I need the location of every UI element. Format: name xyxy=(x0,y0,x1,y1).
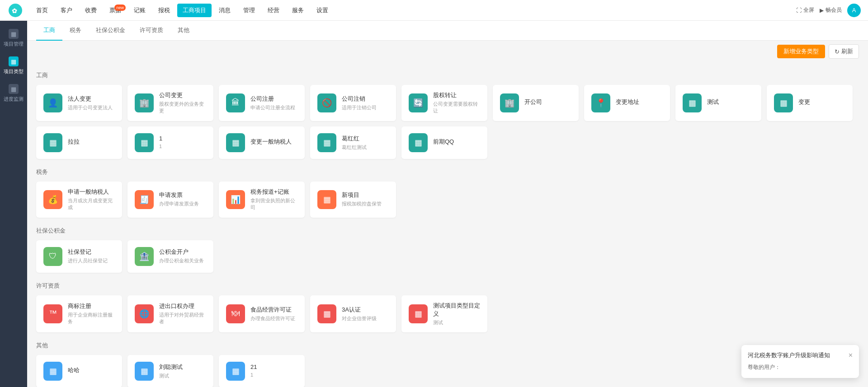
card-desc-text: 适用于注销公司 xyxy=(342,104,389,111)
card-icon: 🏛 xyxy=(226,93,245,112)
nav-right: ⛶ 全屏 ▶ 畅会员 A xyxy=(796,4,861,17)
nav-item-服务[interactable]: 服务 xyxy=(287,4,309,17)
nav-item-消息[interactable]: 消息 xyxy=(213,4,236,17)
new-type-button[interactable]: 新增业务类型 xyxy=(777,45,825,58)
tab-其他[interactable]: 其他 xyxy=(170,21,197,41)
nav-item-收费[interactable]: 收费 xyxy=(80,4,102,17)
refresh-button[interactable]: ↻ 刷新 xyxy=(829,44,859,59)
sidebar-item-进度监测[interactable]: ▦进度监测 xyxy=(0,79,27,107)
card-info: 食品经营许可证办理食品经营许可证 xyxy=(250,306,297,322)
card-info: 211 xyxy=(250,364,297,378)
card-3A认证[interactable]: ▦3A认证对企业信誉评级 xyxy=(310,295,396,332)
sidebar-label: 项目类型 xyxy=(4,68,24,75)
nav-item-管理[interactable]: 管理 xyxy=(238,4,260,17)
card-title-text: 变更 xyxy=(798,98,845,106)
sidebar-label: 项目管理 xyxy=(4,41,24,47)
refresh-icon: ↻ xyxy=(835,48,840,55)
card-desc-text: 用于企业商标注册服务 xyxy=(68,312,115,326)
card-1[interactable]: ▦11 xyxy=(127,126,213,159)
nav-item-首页[interactable]: 首页 xyxy=(31,4,53,17)
sidebar: ▦项目管理▦项目类型▦进度监测 xyxy=(0,21,27,387)
card-desc-text: 拿到营业执照的新公司 xyxy=(250,197,297,211)
card-info: 变更 xyxy=(798,98,845,107)
sidebar-item-项目管理[interactable]: ▦项目管理 xyxy=(0,24,27,52)
card-21[interactable]: ▦211 xyxy=(219,355,305,387)
card-info: 股权转让公司变更需要股权转让 xyxy=(433,91,480,115)
card-title-text: 变更一般纳税人 xyxy=(250,138,297,146)
card-申请发票[interactable]: 🧾申请发票办理申请发票业务 xyxy=(127,182,213,218)
card-公司注销[interactable]: 🚫公司注销适用于注销公司 xyxy=(310,85,396,121)
card-社保登记[interactable]: 🛡社保登记进行人员社保登记 xyxy=(36,240,122,273)
tab-社保公积金[interactable]: 社保公积金 xyxy=(89,21,132,41)
card-desc-text: 对企业信誉评级 xyxy=(342,315,389,322)
card-公司注册[interactable]: 🏛公司注册申请公司注册全流程 xyxy=(219,85,305,121)
card-info: 3A认证对企业信誉评级 xyxy=(342,306,389,322)
card-变更[interactable]: ▦变更 xyxy=(767,85,853,121)
avatar[interactable]: A xyxy=(847,4,861,17)
nav-item-报税[interactable]: 报税 xyxy=(153,4,175,17)
card-icon: ▦ xyxy=(43,133,62,152)
card-icon: ▦ xyxy=(43,362,62,381)
card-股权转让[interactable]: 🔄股权转让公司变更需要股权转让 xyxy=(401,85,487,121)
card-葛红红[interactable]: ▦葛红红葛红红测试 xyxy=(310,126,396,159)
card-刘聪测试[interactable]: ▦刘聪测试测试 xyxy=(127,355,213,387)
tab-许可资质[interactable]: 许可资质 xyxy=(132,21,170,41)
app-logo[interactable]: ✿ xyxy=(7,2,24,19)
card-title-text: 1 xyxy=(159,135,206,142)
notif-close-btn[interactable]: × xyxy=(849,351,853,359)
action-bar: 新增业务类型 ↻ 刷新 xyxy=(27,41,868,62)
card-进出口权办理[interactable]: 🌐进出口权办理适用于对外贸易经营者 xyxy=(127,295,213,332)
top-nav: ✿ 首页客户收费票据new记账报税工商项目消息管理经营服务设置 ⛶ 全屏 ▶ 畅… xyxy=(0,0,868,21)
notif-title: 河北税务数字账户升级影响通知 xyxy=(748,351,830,359)
card-info: 法人变更适用于公司变更法人 xyxy=(68,95,115,111)
card-开公司[interactable]: 🏢开公司 xyxy=(493,85,579,121)
nav-item-工商项目[interactable]: 工商项目 xyxy=(177,4,212,17)
nav-item-经营[interactable]: 经营 xyxy=(262,4,285,17)
card-食品经营许可证[interactable]: 🍽食品经营许可证办理食品经营许可证 xyxy=(219,295,305,332)
card-title-text: 21 xyxy=(250,364,297,370)
card-info: 变更一般纳税人 xyxy=(250,138,297,147)
sidebar-item-项目类型[interactable]: ▦项目类型 xyxy=(0,52,27,79)
card-变更一般纳税人[interactable]: ▦变更一般纳税人 xyxy=(219,126,305,159)
card-测试[interactable]: ▦测试 xyxy=(675,85,761,121)
card-icon: ▦ xyxy=(317,304,336,323)
nav-item-客户[interactable]: 客户 xyxy=(55,4,78,17)
card-icon: ▦ xyxy=(409,304,428,323)
card-title-text: 申请一般纳税人 xyxy=(68,188,115,196)
card-申请一般纳税人[interactable]: 💰申请一般纳税人当月或次月成变更完成 xyxy=(36,182,122,218)
card-icon: 🛡 xyxy=(43,247,62,266)
card-测试项目类型目定义[interactable]: ▦测试项目类型目定义测试 xyxy=(401,295,487,332)
section-title-shuiwu: 税务 xyxy=(36,168,859,176)
nav-item-票据[interactable]: 票据new xyxy=(104,4,127,17)
card-info: 拉拉 xyxy=(68,138,115,147)
card-desc-text: 测试 xyxy=(433,319,480,326)
card-税务报道+记账[interactable]: 📊税务报道+记账拿到营业执照的新公司 xyxy=(219,182,305,218)
fullscreen-btn[interactable]: ⛶ 全屏 xyxy=(796,6,814,14)
card-info: 哈哈 xyxy=(68,366,115,376)
card-哈哈[interactable]: ▦哈哈 xyxy=(36,355,122,387)
card-拉拉[interactable]: ▦拉拉 xyxy=(36,126,122,159)
section-title-shebao: 社保公积金 xyxy=(36,227,859,235)
member-btn[interactable]: ▶ 畅会员 xyxy=(820,6,842,14)
nav-item-设置[interactable]: 设置 xyxy=(311,4,334,17)
card-icon: ▦ xyxy=(226,362,245,381)
card-公积金开户[interactable]: 🏦公积金开户办理公积金相关业务 xyxy=(127,240,213,273)
nav-item-记账[interactable]: 记账 xyxy=(128,4,151,17)
card-商标注册[interactable]: ™商标注册用于企业商标注册服务 xyxy=(36,295,122,332)
card-title-text: 拉拉 xyxy=(68,138,115,146)
card-title-text: 食品经营许可证 xyxy=(250,306,297,314)
card-新项目[interactable]: ▦新项目报税加税控盘保管 xyxy=(310,182,396,218)
card-title-text: 社保登记 xyxy=(68,248,115,256)
card-前期QQ[interactable]: ▦前期QQ xyxy=(401,126,487,159)
card-title-text: 葛红红 xyxy=(342,135,389,143)
card-变更地址[interactable]: 📍变更地址 xyxy=(584,85,670,121)
card-法人变更[interactable]: 👤法人变更适用于公司变更法人 xyxy=(36,85,122,121)
tab-工商[interactable]: 工商 xyxy=(36,21,62,41)
card-icon: 🔄 xyxy=(409,93,428,112)
card-title-text: 税务报道+记账 xyxy=(250,188,297,196)
cards-grid-gongshang: 👤法人变更适用于公司变更法人🏢公司变更股权变更外的业务变更🏛公司注册申请公司注册… xyxy=(36,85,859,159)
card-desc-text: 报税加税控盘保管 xyxy=(342,200,389,207)
card-公司变更[interactable]: 🏢公司变更股权变更外的业务变更 xyxy=(127,85,213,121)
content-area: 工商👤法人变更适用于公司变更法人🏢公司变更股权变更外的业务变更🏛公司注册申请公司… xyxy=(27,62,868,387)
tab-税务[interactable]: 税务 xyxy=(62,21,89,41)
